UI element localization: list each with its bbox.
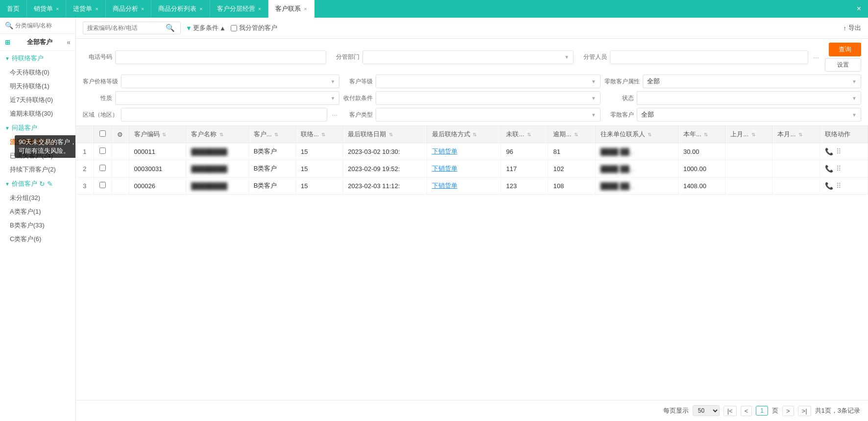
filter-region-dots[interactable]: ··· <box>330 111 340 119</box>
col-last-month-sort[interactable]: ⇅ <box>751 132 755 137</box>
sidebar-search-input[interactable] <box>15 22 71 29</box>
tab-customer-contact[interactable]: 客户联系 × <box>268 0 314 18</box>
filter-dept-select[interactable]: ▼ <box>362 50 574 64</box>
action-more-icon[interactable]: ⠿ <box>836 165 841 173</box>
page-prev-btn[interactable]: < <box>741 406 752 416</box>
tab-product-analysis[interactable]: 商品分析 × <box>106 0 151 18</box>
filter-retail-customer-select[interactable]: 全部 ▼ <box>637 108 861 122</box>
tab-bar-close-btn[interactable]: × <box>850 4 868 13</box>
row-check[interactable] <box>94 143 111 160</box>
filter-person-input[interactable] <box>610 50 808 64</box>
action-phone-icon[interactable]: 📞 <box>825 182 833 190</box>
col-this-year-sort[interactable]: ⇅ <box>704 132 708 137</box>
tab-customer-tier[interactable]: 客户分层经营 × <box>210 0 268 18</box>
sidebar-item-churn-warning[interactable]: 流失预警客户(3) <box>0 135 75 149</box>
select-all-checkbox[interactable] <box>99 130 106 137</box>
tab-purchase-close[interactable]: × <box>95 6 98 12</box>
action-more-icon[interactable]: ⠿ <box>836 182 841 190</box>
col-contact-sort[interactable]: ⇅ <box>321 132 325 137</box>
row-last-way[interactable]: 下销货单 <box>427 160 501 177</box>
sidebar-item-today[interactable]: 今天待联络(0) <box>0 66 75 79</box>
action-phone-icon[interactable]: 📞 <box>825 165 833 173</box>
row-check[interactable] <box>94 160 111 177</box>
tab-customer-tier-close[interactable]: × <box>258 6 261 12</box>
filter-search-input[interactable] <box>87 25 166 31</box>
filter-region-input[interactable] <box>121 108 327 122</box>
tab-product-list[interactable]: 商品分析列表 × <box>151 0 210 18</box>
tab-customer-contact-close[interactable]: × <box>304 6 307 12</box>
filter-payment-select[interactable]: ▼ <box>376 91 600 105</box>
sidebar-group-pending-label: 待联络客户 <box>12 54 44 63</box>
settings-btn[interactable]: 设置 <box>825 58 861 72</box>
sidebar-group-problem[interactable]: ▼ 问题客户 <box>0 121 75 135</box>
tab-purchase[interactable]: 进货单 × <box>66 0 105 18</box>
row-settings <box>111 177 129 195</box>
row-checkbox-2[interactable] <box>99 182 106 188</box>
tab-product-list-close[interactable]: × <box>199 6 202 12</box>
sidebar-item-a-class[interactable]: A类客户(1) <box>0 205 75 219</box>
filter-price-level-select[interactable]: ▼ <box>121 74 339 88</box>
page-next-btn[interactable]: > <box>782 406 794 416</box>
sidebar-item-overdue[interactable]: 逾期未联络(30) <box>0 107 75 121</box>
col-this-year-label: 本年... <box>683 130 701 138</box>
col-this-month-sort[interactable]: ⇅ <box>798 132 802 137</box>
filter-person-dots[interactable]: ··· <box>811 53 821 61</box>
sidebar-group-pending[interactable]: ▼ 待联络客户 <box>0 51 75 66</box>
tab-home[interactable]: 首页 <box>0 0 27 18</box>
tab-sales[interactable]: 销货单 × <box>27 0 66 18</box>
my-customers-checkbox[interactable] <box>231 25 237 31</box>
sidebar-item-declining[interactable]: 持续下滑客户(2) <box>0 163 75 176</box>
sidebar-item-ungrouped[interactable]: 未分组(32) <box>0 191 75 205</box>
sidebar-value-edit-icon[interactable]: ✎ <box>47 180 53 188</box>
row-last-way-link[interactable]: 下销货单 <box>432 148 458 155</box>
row-checkbox-1[interactable] <box>99 165 106 171</box>
sidebar-all-customers[interactable]: ⊞ 全部客户 « <box>0 34 75 51</box>
filter-retail-attr-select[interactable]: 全部 ▼ <box>643 74 861 88</box>
sidebar-group-value[interactable]: ▼ 价值客户 ↻ ✎ <box>0 176 75 191</box>
col-header-settings[interactable]: ⚙ <box>111 126 129 143</box>
col-overdue-sort[interactable]: ⇅ <box>574 132 578 137</box>
action-more-icon[interactable]: ⠿ <box>836 148 841 155</box>
filter-my-customers[interactable]: 我分管的客户 <box>231 24 277 32</box>
sidebar-item-tomorrow[interactable]: 明天待联络(1) <box>0 79 75 93</box>
sidebar-collapse-btn[interactable]: « <box>67 38 71 46</box>
col-name-sort[interactable]: ⇅ <box>219 132 223 137</box>
sidebar-item-c-class[interactable]: C类客户(6) <box>0 232 75 246</box>
row-last-way-link[interactable]: 下销货单 <box>432 165 458 172</box>
row-last-way[interactable]: 下销货单 <box>427 143 501 160</box>
filter-phone-input[interactable] <box>115 50 326 64</box>
sidebar-value-refresh-icon[interactable]: ↻ <box>39 180 45 188</box>
filter-status-select[interactable]: ▼ <box>637 91 861 105</box>
tab-product-analysis-close[interactable]: × <box>141 6 144 12</box>
col-last-date-sort[interactable]: ⇅ <box>389 132 393 137</box>
filter-dept-field: 分管部门 ▼ <box>330 50 574 64</box>
action-phone-icon[interactable]: 📞 <box>825 148 833 155</box>
row-check[interactable] <box>94 177 111 195</box>
export-btn[interactable]: ↑ 导出 <box>844 24 862 32</box>
sidebar-item-7days[interactable]: 近7天待联络(0) <box>0 93 75 107</box>
col-uncontacted-sort[interactable]: ⇅ <box>527 132 531 137</box>
row-last-way[interactable]: 下销货单 <box>427 177 501 195</box>
filter-more-btn[interactable]: ▼ 更多条件 ▲ <box>186 24 226 32</box>
col-last-way-sort[interactable]: ⇅ <box>473 132 477 137</box>
main-layout: 🔍 ⊞ 全部客户 « ▼ 待联络客户 今天待联络(0) 明天待联络(1) 近7天… <box>0 18 868 421</box>
query-btn[interactable]: 查询 <box>829 43 861 56</box>
filter-gender-select[interactable]: ▼ <box>115 91 339 105</box>
col-code-sort[interactable]: ⇅ <box>162 132 166 137</box>
filter-search-btn[interactable]: 🔍 <box>166 24 175 32</box>
row-last-way-link[interactable]: 下销货单 <box>432 182 458 189</box>
col-unit-contact-sort[interactable]: ⇅ <box>648 132 651 137</box>
tab-sales-close[interactable]: × <box>56 6 59 12</box>
row-checkbox-0[interactable] <box>99 148 106 154</box>
filter-region-label: 区域（地区） <box>83 111 118 119</box>
page-first-btn[interactable]: |< <box>723 406 737 416</box>
sidebar-item-churned[interactable]: 已流失客户(24) <box>0 149 75 163</box>
row-last-month <box>725 160 772 177</box>
page-size-select[interactable]: 50 20 100 <box>693 405 720 416</box>
sidebar-item-b-class[interactable]: B类客户(33) <box>0 219 75 232</box>
filter-customer-level-select[interactable]: ▼ <box>376 74 600 88</box>
filter-customer-type-select[interactable]: ▼ <box>376 108 600 122</box>
col-type-sort[interactable]: ⇅ <box>274 132 278 137</box>
filter-status-label: 状态 <box>604 94 634 102</box>
page-last-btn[interactable]: >| <box>798 406 811 416</box>
